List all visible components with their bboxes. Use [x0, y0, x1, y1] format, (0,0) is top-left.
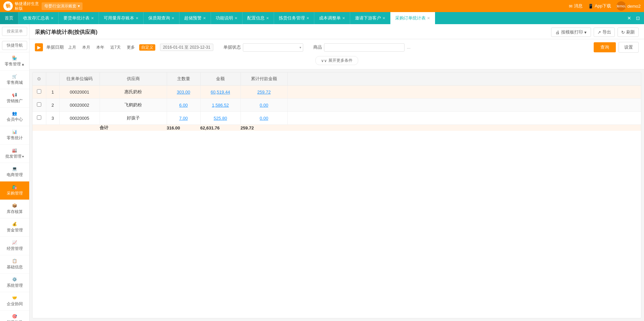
tab-picking-task[interactable]: 拣货任务管理 ✕ — [274, 12, 314, 24]
cell-code: 00020002 — [59, 99, 100, 112]
window-close-button[interactable]: ✕ — [625, 14, 633, 22]
chevron-icon: ▲ — [21, 62, 25, 66]
tab-function-desc[interactable]: 功能说明 ✕ — [211, 12, 243, 24]
qty-link[interactable]: 6.00 — [179, 103, 187, 108]
sidebar-item-retail-stats[interactable]: 📊 零售统计 — [0, 126, 29, 145]
close-icon[interactable]: ✕ — [306, 16, 309, 20]
cell-supplier: 飞鹤奶粉 — [100, 99, 167, 112]
refresh-button[interactable]: ↻ 刷新 — [618, 28, 639, 37]
logo-text: 畅捷通好生意 标版 — [15, 1, 39, 11]
sidebar-item-member-center[interactable]: 👥 会员中心 — [0, 108, 29, 126]
tab-receive-summary[interactable]: 收发存汇总表 ✕ — [18, 12, 59, 24]
footer-qty: 316.00 — [167, 125, 200, 131]
sidebar-item-ecommerce-mgmt[interactable]: 💻 电商管理 — [0, 163, 29, 181]
close-icon[interactable]: ✕ — [342, 16, 345, 20]
sidebar-item-system-mgmt[interactable]: ⚙️ 系统管理 — [0, 274, 29, 292]
close-icon[interactable]: ✕ — [91, 16, 94, 20]
sidebar-item-inventory-check[interactable]: 📦 库存核算 — [0, 200, 29, 218]
window-maximize-button[interactable]: ⊡ — [634, 14, 642, 22]
table-header-row: ⚙ 往来单位编码 供应商 主数量 金额 累计付款金额 — [33, 72, 641, 86]
user-avatar[interactable]: demo2 demo2 — [616, 1, 641, 11]
system-mgmt-icon: ⚙️ — [12, 277, 17, 282]
cell-rest — [287, 99, 641, 112]
th-rest — [287, 72, 641, 86]
expand-more-btn[interactable]: ∨∨ 展开更多条件 — [315, 56, 358, 65]
app-download-button[interactable]: 📱 App下载 — [588, 3, 611, 9]
sidebar-item-purchase-mgmt[interactable]: 🛍️ 采购管理 — [0, 181, 29, 200]
close-icon[interactable]: ✕ — [136, 16, 139, 20]
shortcut-this-month[interactable]: 本月 — [80, 44, 93, 51]
amount-link[interactable]: 525.80 — [214, 116, 227, 121]
amount-link[interactable]: 60,519.44 — [211, 90, 230, 95]
row-checkbox[interactable] — [37, 115, 41, 120]
tab-config-info[interactable]: 配置信息 ✕ — [243, 12, 274, 24]
goods-input[interactable] — [324, 43, 405, 52]
shortcut-7days[interactable]: 近7天 — [108, 44, 123, 51]
avatar: demo2 — [616, 1, 626, 11]
paid-link[interactable]: 0.00 — [260, 116, 268, 121]
close-icon[interactable]: ✕ — [382, 16, 385, 20]
export-button[interactable]: ↗ 导出 — [594, 28, 615, 37]
home-tab-label: 首页 — [5, 15, 13, 21]
th-code: 往来单位编码 — [59, 72, 100, 86]
shortcut-this-year[interactable]: 本年 — [94, 44, 107, 51]
tab-overstock-warning[interactable]: 超储预警 ✕ — [179, 12, 211, 24]
retail-stats-icon: 📊 — [12, 129, 17, 134]
sidebar-item-marketing[interactable]: 📢 营销推广 — [0, 89, 29, 108]
sidebar-item-retail-store[interactable]: 🛒 零售商城 — [0, 71, 29, 89]
qty-link[interactable]: 7.00 — [179, 116, 187, 121]
row-checkbox[interactable] — [37, 102, 41, 107]
status-select-wrapper: ▾ — [243, 43, 303, 52]
date-range-value[interactable]: 2016-01-01 至 2023-12-31 — [160, 44, 213, 51]
amount-link[interactable]: 1,586.52 — [212, 103, 229, 108]
messages-button[interactable]: ✉ 消息 — [569, 3, 583, 9]
cell-amount: 525.80 — [200, 112, 240, 125]
qty-link[interactable]: 303.00 — [177, 90, 190, 95]
close-icon[interactable]: ✕ — [171, 16, 174, 20]
close-icon[interactable]: ✕ — [203, 16, 206, 20]
search-menu-button[interactable]: 搜索菜单 — [2, 27, 27, 36]
more-options-icon[interactable]: … — [407, 45, 411, 50]
sidebar-item-basic-info[interactable]: 📋 基础信息 — [0, 255, 29, 274]
sidebar-item-operation-mgmt[interactable]: 📈 经营管理 — [0, 237, 29, 255]
status-select[interactable] — [243, 43, 303, 52]
close-icon[interactable]: ✕ — [427, 16, 430, 20]
close-icon[interactable]: ✕ — [51, 16, 54, 20]
tab-order-summary[interactable]: 要货单统计表 ✕ — [59, 12, 99, 24]
paid-link[interactable]: 0.00 — [260, 103, 268, 108]
member-center-icon: 👥 — [12, 111, 17, 116]
shortcut-more[interactable]: 更多 — [124, 44, 137, 51]
sidebar-item-retail-mgmt[interactable]: 🏪 零售管理 ▲ — [0, 52, 29, 71]
status-label: 单据状态 — [223, 44, 241, 50]
sidebar-item-wholesale-mgmt[interactable]: 🏭 批发管理 ▾ — [0, 145, 29, 163]
toggle-filter-button[interactable]: ▶ — [35, 43, 43, 51]
tab-expiry-query[interactable]: 保质期查询 ✕ — [144, 12, 179, 24]
paid-link[interactable]: 259.72 — [257, 90, 271, 95]
workspace-selector[interactable]: 母婴行业演示账套 ▾ — [42, 2, 83, 10]
sidebar-item-finance-mgmt[interactable]: 💰 资金管理 — [0, 218, 29, 237]
quick-nav-button[interactable]: 快捷导航 — [2, 41, 27, 50]
shortcut-last-month[interactable]: 上月 — [66, 44, 78, 51]
operation-mgmt-icon: 📈 — [12, 240, 17, 245]
tab-available-stock[interactable]: 可用量库存账本 ✕ — [99, 12, 144, 24]
th-checkbox[interactable]: ⚙ — [33, 72, 46, 86]
close-icon[interactable]: ✕ — [266, 16, 269, 20]
search-button[interactable]: 查询 — [594, 42, 616, 52]
settings-button[interactable]: 设置 — [619, 42, 639, 53]
tab-invite-downstream[interactable]: 邀请下游客户 ✕ — [350, 12, 390, 24]
close-icon[interactable]: ✕ — [234, 16, 237, 20]
tab-purchase-summary[interactable]: 采购订单统计表 ✕ — [390, 12, 435, 24]
cell-checkbox[interactable] — [33, 86, 46, 99]
tab-home[interactable]: 首页 — [0, 12, 18, 24]
download-icon: 📱 — [588, 4, 593, 9]
row-checkbox[interactable] — [37, 89, 41, 94]
cell-checkbox[interactable] — [33, 112, 46, 125]
tab-cost-adjust[interactable]: 成本调整单 ✕ — [314, 12, 350, 24]
sidebar-item-enterprise-collab[interactable]: 🤝 企业协同 — [0, 292, 29, 311]
cell-checkbox[interactable] — [33, 99, 46, 112]
print-button[interactable]: 🖨 按模板打印 ▾ — [551, 28, 591, 37]
settings-icon[interactable]: ⚙ — [37, 76, 41, 82]
table-footer-row: 合计 316.00 62,631.76 259.72 — [33, 125, 641, 131]
sidebar-item-new-guide[interactable]: 🎯 新手引导 — [0, 311, 29, 321]
th-num — [46, 72, 59, 86]
